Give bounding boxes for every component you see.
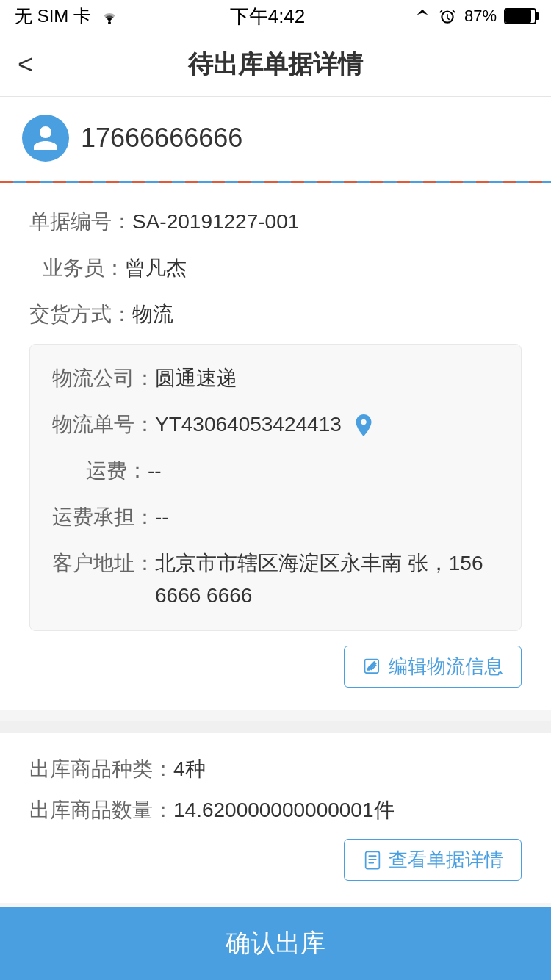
user-icon [31,123,60,153]
time-text: 下午4:42 [230,4,306,29]
view-detail-label: 查看单据详情 [389,847,503,873]
logistics-company-row: 物流公司： 圆通速递 [52,362,499,395]
address-row: 客户地址： 北京市市辖区海淀区永丰南 张，156 6666 6666 [52,547,499,613]
tracking-row: 物流单号： YT43064053424413 [52,408,499,442]
order-label: 单据编号： [29,206,132,239]
tracking-location-icon[interactable] [350,412,377,439]
svg-point-0 [108,21,111,24]
outbound-type-row: 出库商品种类： 4种 [29,755,522,783]
status-bar-right: 87% [414,7,536,26]
phone-section: 17666666666 [0,97,551,179]
address-label: 客户地址： [52,547,155,580]
location-status-icon [414,8,431,24]
order-value: SA-20191227-001 [132,206,522,239]
status-bar-left: 无 SIM 卡 [15,4,120,28]
outbound-quantity-label: 出库商品数量： [29,796,173,824]
delivery-row: 交货方式： 物流 [29,298,522,331]
basic-info-section: 单据编号： SA-20191227-001 业务员： 曾凡杰 交货方式： 物流 … [0,184,551,710]
battery-icon [504,8,536,24]
address-value: 北京市市辖区海淀区永丰南 张，156 6666 6666 [155,547,499,613]
freight-row: 运费： -- [52,455,499,488]
section-divider-1 [0,721,551,733]
confirm-button-text: 确认出库 [226,926,325,960]
delivery-label: 交货方式： [29,298,132,331]
edit-logistics-button[interactable]: 编辑物流信息 [344,646,522,688]
content: 17666666666 单据编号： SA-20191227-001 业务员： 曾… [0,97,551,980]
edit-logistics-label: 编辑物流信息 [389,654,503,680]
tracking-label: 物流单号： [52,408,155,442]
freight-value: -- [148,455,499,488]
delivery-value: 物流 [132,298,522,331]
action-row: 编辑物流信息 [29,646,522,688]
wifi-icon [98,8,120,24]
outbound-quantity-row: 出库商品数量： 14.620000000000001件 [29,796,522,824]
phone-number: 17666666666 [81,123,242,154]
nav-bar: < 待出库单据详情 [0,32,551,97]
logistics-company-label: 物流公司： [52,362,155,395]
view-detail-button[interactable]: 查看单据详情 [344,839,522,881]
back-button[interactable]: < [18,49,33,80]
document-icon [362,850,383,871]
avatar [22,115,69,162]
outbound-type-value: 4种 [173,755,522,783]
tracking-value: YT43064053424413 [155,408,499,442]
staff-row: 业务员： 曾凡杰 [29,252,522,285]
status-bar: 无 SIM 卡 下午4:42 87% [0,0,551,32]
dashed-divider [0,179,551,184]
alarm-icon [438,7,457,26]
page-title: 待出库单据详情 [188,48,363,82]
staff-value: 曾凡杰 [125,252,522,285]
edit-icon [362,657,383,677]
logistics-card: 物流公司： 圆通速递 物流单号： YT43064053424413 运费： --… [29,344,522,631]
freight-label: 运费： [52,455,148,488]
view-detail-action-row: 查看单据详情 [29,839,522,881]
staff-label: 业务员： [29,252,125,285]
logistics-company-value: 圆通速递 [155,362,499,395]
svg-rect-3 [366,851,380,868]
battery-text: 87% [464,7,497,26]
freight-bear-value: -- [155,501,499,534]
outbound-type-label: 出库商品种类： [29,755,173,783]
order-row: 单据编号： SA-20191227-001 [29,206,522,239]
freight-bear-label: 运费承担： [52,501,155,534]
carrier-text: 无 SIM 卡 [15,4,91,28]
bottom-bar[interactable]: 确认出库 [0,907,551,980]
outbound-quantity-value: 14.620000000000001件 [173,796,522,824]
outbound-section: 出库商品种类： 4种 出库商品数量： 14.620000000000001件 查… [0,733,551,903]
freight-bear-row: 运费承担： -- [52,501,499,534]
